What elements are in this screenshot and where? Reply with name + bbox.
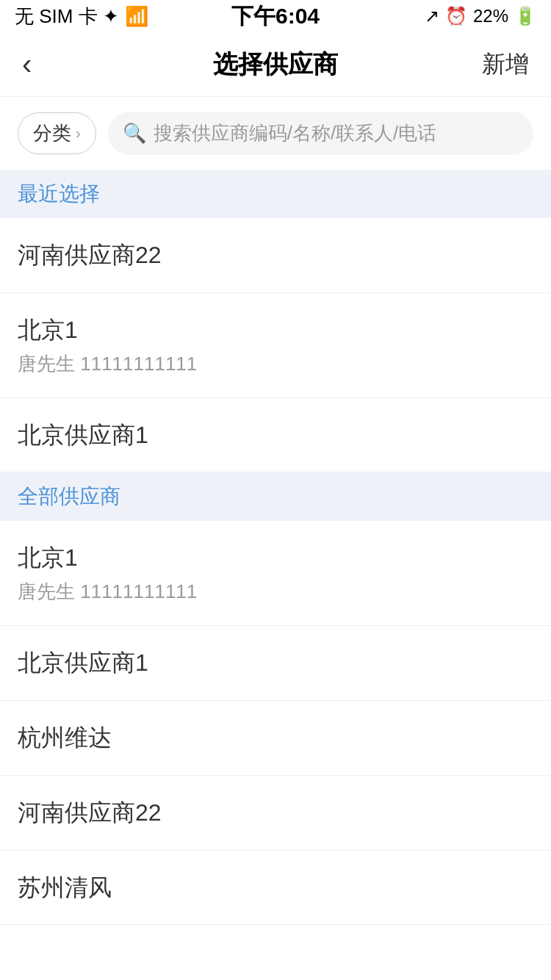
status-time: 下午6:04 bbox=[231, 1, 320, 32]
add-button[interactable]: 新增 bbox=[482, 48, 529, 81]
all-items-list: 北京1唐先生 11111111111北京供应商1杭州维达河南供应商22苏州清风 bbox=[0, 521, 551, 925]
back-button[interactable]: ‹ bbox=[22, 48, 32, 81]
nav-title: 选择供应商 bbox=[213, 48, 338, 82]
item-name: 北京1 bbox=[18, 541, 533, 574]
battery-level: 22% bbox=[473, 6, 508, 26]
all-section-label: 全部供应商 bbox=[18, 485, 120, 508]
recent-items-list: 河南供应商22北京1唐先生 11111111111北京供应商1 bbox=[0, 218, 551, 472]
chevron-right-icon: › bbox=[76, 125, 81, 142]
all-section-header: 全部供应商 bbox=[0, 472, 551, 521]
item-name: 苏州清风 bbox=[18, 871, 533, 904]
search-placeholder: 搜索供应商编码/名称/联系人/电话 bbox=[154, 120, 437, 146]
recent-section-label: 最近选择 bbox=[18, 182, 100, 205]
wifi-icon: 📶 bbox=[125, 5, 148, 28]
category-label: 分类 bbox=[33, 120, 71, 146]
filter-bar: 分类 › 🔍 搜索供应商编码/名称/联系人/电话 bbox=[0, 97, 551, 170]
nav-bar: ‹ 选择供应商 新增 bbox=[0, 32, 551, 97]
item-name: 河南供应商22 bbox=[18, 796, 533, 829]
item-name: 北京供应商1 bbox=[18, 419, 533, 452]
all-list-item[interactable]: 北京供应商1 bbox=[0, 626, 551, 701]
status-right: ↗ ⏰ 22% 🔋 bbox=[425, 6, 536, 26]
recent-list-item[interactable]: 北京1唐先生 11111111111 bbox=[0, 293, 551, 398]
item-contact: 唐先生 11111111111 bbox=[18, 579, 533, 605]
sim-status: 无 SIM 卡 ✦ bbox=[15, 4, 119, 29]
item-name: 北京供应商1 bbox=[18, 646, 533, 680]
location-icon: ↗ bbox=[425, 6, 439, 26]
alarm-icon: ⏰ bbox=[445, 6, 467, 26]
recent-section-header: 最近选择 bbox=[0, 170, 551, 218]
item-name: 杭州维达 bbox=[18, 721, 533, 754]
all-list-item[interactable]: 苏州清风 bbox=[0, 851, 551, 926]
item-contact: 唐先生 11111111111 bbox=[18, 351, 533, 377]
status-left: 无 SIM 卡 ✦ 📶 bbox=[15, 4, 148, 29]
item-name: 北京1 bbox=[18, 314, 533, 347]
battery-icon: 🔋 bbox=[514, 6, 536, 26]
recent-list-item[interactable]: 河南供应商22 bbox=[0, 218, 551, 293]
search-input[interactable]: 🔍 搜索供应商编码/名称/联系人/电话 bbox=[108, 112, 533, 155]
all-list-item[interactable]: 北京1唐先生 11111111111 bbox=[0, 521, 551, 626]
search-icon: 🔍 bbox=[123, 122, 146, 145]
all-list-item[interactable]: 杭州维达 bbox=[0, 701, 551, 776]
all-list-item[interactable]: 河南供应商22 bbox=[0, 776, 551, 851]
item-name: 河南供应商22 bbox=[18, 239, 533, 272]
recent-list-item[interactable]: 北京供应商1 bbox=[0, 398, 551, 473]
status-bar: 无 SIM 卡 ✦ 📶 下午6:04 ↗ ⏰ 22% 🔋 bbox=[0, 0, 551, 32]
category-filter-button[interactable]: 分类 › bbox=[18, 112, 96, 154]
